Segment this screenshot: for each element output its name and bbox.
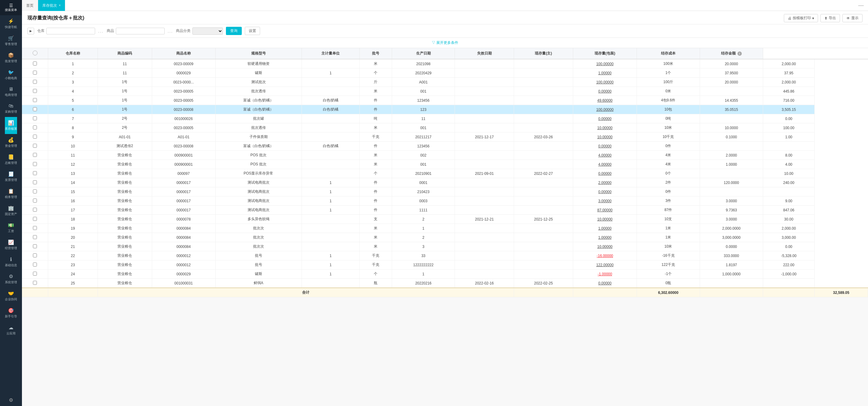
row-checkbox[interactable] (22, 87, 48, 96)
cell-qty-main[interactable]: 2.00000 (573, 178, 637, 187)
cell-qty-main[interactable]: 10.00000 (573, 133, 637, 142)
row-checkbox[interactable] (22, 59, 48, 69)
sidebar-item-4[interactable]: 🖥电商管理 (5, 83, 17, 100)
table-row[interactable]: 17营业粮仓0000017测试电商批次1件111187.0000087件9.73… (22, 206, 868, 215)
row-checkbox[interactable] (22, 224, 48, 233)
settings-button[interactable]: 设置 (245, 27, 260, 35)
cell-qty-main[interactable]: 1.00000 (573, 224, 637, 233)
sidebar-settings-icon[interactable]: ⚙ (0, 394, 22, 406)
sidebar-item-0[interactable]: ⚡快捷导航 (5, 15, 17, 32)
table-row[interactable]: 16营业粮仓0000017测试电商批次1件00033.000003件3.0000… (22, 197, 868, 206)
row-checkbox[interactable] (22, 69, 48, 78)
info-icon-amount[interactable]: i (738, 52, 742, 56)
row-checkbox[interactable] (22, 178, 48, 187)
cell-qty-main[interactable]: 0.00000 (573, 87, 637, 96)
table-row[interactable]: 14营业粮仓0000017测试电商批次1件00012.000002件120.00… (22, 178, 868, 187)
table-row[interactable]: 15营业粮仓0000017测试电商批次1件2104230.000000件 (22, 187, 868, 197)
row-checkbox[interactable] (22, 142, 48, 151)
cell-qty-main[interactable]: 49.60000 (573, 96, 637, 105)
cell-qty-main[interactable]: 0.00000 (573, 187, 637, 197)
row-checkbox[interactable] (22, 160, 48, 169)
sidebar-item-1[interactable]: 🛒零售管理 (5, 32, 17, 49)
sidebar-item-14[interactable]: ℹ基础信息 (5, 253, 17, 270)
cell-qty-main[interactable]: 10.00000 (573, 242, 637, 251)
table-row[interactable]: 13营业粮仓000097POS显示库存异常个202109012021-09-01… (22, 169, 868, 178)
search-expand-toggle[interactable]: ▶ (27, 28, 34, 34)
cell-qty-main[interactable]: 10.00000 (573, 123, 637, 133)
display-button[interactable]: 👁 显示 (842, 14, 863, 22)
goods-input[interactable] (116, 28, 165, 34)
table-row[interactable]: 61号0023-00008富诚（白色/奶橘）白色/奶橘件123100.00000… (22, 105, 868, 114)
sidebar-item-18[interactable]: ☁云应用 (5, 322, 17, 339)
row-checkbox[interactable] (22, 279, 48, 288)
table-row[interactable]: 10测试透传20023-00008富诚（白色/奶橘）白色/奶橘件1234560.… (22, 142, 868, 151)
row-checkbox[interactable] (22, 215, 48, 224)
tab-inventory-batch[interactable]: 库存批次 × (38, 0, 65, 11)
cell-qty-main[interactable]: 3.00000 (573, 197, 637, 206)
sidebar-item-9[interactable]: 🧾发票管理 (5, 168, 17, 185)
table-row[interactable]: 1110023-00009软硬通用物资米2021098100.00000100米… (22, 59, 868, 69)
table-row[interactable]: 19营业粮仓0000084批次次米11.000001米2,000.00002,0… (22, 224, 868, 233)
cell-qty-main[interactable]: 0.00000 (573, 169, 637, 178)
cell-qty-main[interactable]: -16.00000 (573, 251, 637, 261)
cell-qty-main[interactable]: 122.00000 (573, 261, 637, 270)
table-row[interactable]: 9A01-01A01-01子件保质期千克202112172021-12-1720… (22, 133, 868, 142)
table-row[interactable]: 24营业粮仓0000029罐斯1个1-1.00000-1个1,000.0000-… (22, 270, 868, 279)
row-checkbox[interactable] (22, 206, 48, 215)
tab-close-icon[interactable]: × (59, 0, 61, 11)
row-checkbox[interactable] (22, 133, 48, 142)
cell-qty-main[interactable]: 100.00000 (573, 78, 637, 87)
sidebar-item-10[interactable]: 📋税务管理 (5, 185, 17, 202)
row-checkbox[interactable] (22, 78, 48, 87)
sidebar-item-8[interactable]: 📒总账管理 (5, 151, 17, 168)
warehouse-input[interactable] (46, 28, 95, 34)
table-row[interactable]: 11营业粮仓000900001POS 批次米0024.000004米2.0000… (22, 151, 868, 160)
table-row[interactable]: 22营业粮仓0000012批号1千克33-16.00000-16千克333.00… (22, 251, 868, 261)
sidebar-item-6[interactable]: 📊库存核算 (5, 117, 17, 134)
cell-qty-main[interactable]: 100.00000 (573, 105, 637, 114)
table-row[interactable]: 72号001000026批次罐吨110.000000吨0.00 (22, 114, 868, 123)
row-checkbox[interactable] (22, 251, 48, 261)
print-template-button[interactable]: 🖨 按模板打印 ▾ (784, 14, 818, 22)
table-row[interactable]: 82号0023-00005批次透传米00110.0000010米10.00001… (22, 123, 868, 133)
row-checkbox[interactable] (22, 123, 48, 133)
row-checkbox[interactable] (22, 233, 48, 242)
expand-conditions-link[interactable]: ▽ 展开更多条件 (432, 40, 458, 45)
table-row[interactable]: 21营业粮仓0000084批次次米310.0000010米0.00000.00 (22, 242, 868, 251)
sidebar-item-5[interactable]: 🛍采购管理 (5, 100, 17, 117)
row-checkbox[interactable] (22, 96, 48, 105)
sidebar-item-2[interactable]: 📦批发管理 (5, 49, 17, 66)
cell-qty-main[interactable]: 1.00000 (573, 233, 637, 242)
tab-home[interactable]: 首页 (22, 0, 38, 11)
cell-qty-main[interactable]: 0.00000 (573, 279, 637, 288)
table-row[interactable]: 20营业粮仓0000084批次次米21.000001米3,000.00003,0… (22, 233, 868, 242)
sidebar-item-13[interactable]: 📈经营管理 (5, 236, 17, 253)
table-row[interactable]: 51号0023-00005富诚（白色/奶橘）白色/奶橘件12345649.600… (22, 96, 868, 105)
row-checkbox[interactable] (22, 197, 48, 206)
sidebar-item-11[interactable]: 🏢固定资产 (5, 202, 17, 219)
table-row[interactable]: 25营业粮仓001000031鲜饵A瓶202202162022-02-16202… (22, 279, 868, 288)
table-row[interactable]: 18营业粮仓0000078多头异色软绳支22021-12-212021-12-2… (22, 215, 868, 224)
cell-qty-main[interactable]: 10.00000 (573, 215, 637, 224)
row-checkbox[interactable] (22, 105, 48, 114)
cell-qty-main[interactable]: 4.00000 (573, 151, 637, 160)
category-select[interactable] (192, 27, 223, 35)
row-checkbox[interactable] (22, 270, 48, 279)
table-row[interactable]: 2110000029罐斯1个202204291.000001个37.950037… (22, 69, 868, 78)
cell-qty-main[interactable]: 4.00000 (573, 160, 637, 169)
sidebar-item-16[interactable]: 🤝企业协同 (5, 287, 17, 305)
cell-qty-main[interactable]: 100.00000 (573, 59, 637, 69)
export-button[interactable]: ⬆ 导出 (820, 14, 840, 22)
table-row[interactable]: 31号0023-0000...测试批次斤A001100.00000100斤20.… (22, 78, 868, 87)
search-button[interactable]: 查询 (226, 27, 242, 35)
cell-qty-main[interactable]: 87.00000 (573, 206, 637, 215)
row-checkbox[interactable] (22, 261, 48, 270)
select-all-icon[interactable] (33, 50, 37, 56)
table-row[interactable]: 12营业粮仓000900001POS 批次米0014.000004米1.0000… (22, 160, 868, 169)
minimize-icon[interactable]: — (858, 2, 868, 8)
table-row[interactable]: 23营业粮仓0000012批号1千克1222222222122.00000122… (22, 261, 868, 270)
cell-qty-main[interactable]: 0.00000 (573, 114, 637, 123)
sidebar-item-3[interactable]: 🐦小鹅电商 (5, 66, 17, 83)
cell-qty-main[interactable]: 0.00000 (573, 142, 637, 151)
table-row[interactable]: 41号0023-00005批次透传米0010.000000米445.86 (22, 87, 868, 96)
